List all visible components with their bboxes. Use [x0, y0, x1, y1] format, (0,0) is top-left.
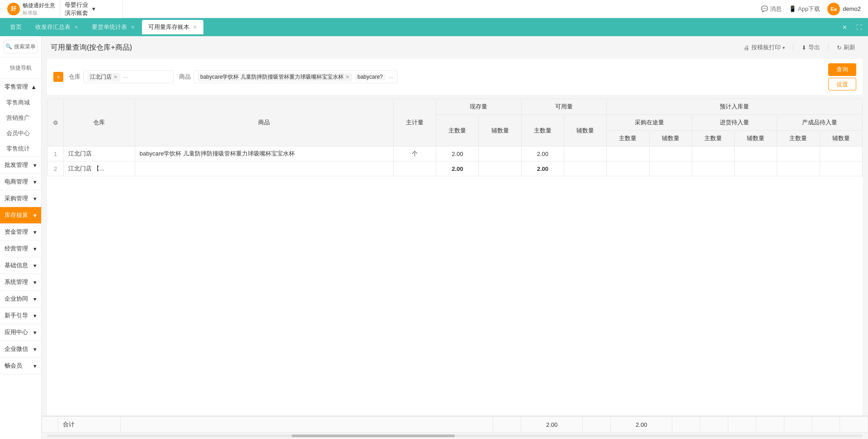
basic-arrow-icon: ▾	[33, 262, 37, 269]
sidebar-section-retail-header[interactable]: 零售管理 ▲	[0, 79, 41, 95]
purchase-main-header: 主数量	[607, 131, 649, 146]
download-label: App下载	[798, 5, 820, 13]
sidebar-search-area: 🔍 搜索菜单	[0, 36, 41, 57]
nav-close-button[interactable]: ✕	[839, 22, 850, 33]
sidebar-section-weixin-header[interactable]: 企业微信 ▾	[0, 341, 41, 357]
filter-bar: » 仓库 江北门店 ✕ ··· 商品 babycare学饮杯 儿童防摔防撞吸管杯…	[47, 59, 863, 95]
total-empty-6	[700, 417, 728, 433]
sidebar-section-weixin: 企业微信 ▾	[0, 341, 41, 358]
unit-column-header: 主计量	[393, 99, 436, 146]
tab-available[interactable]: 可用量库存账本 ✕	[142, 20, 203, 34]
stock-main-header: 主数量	[436, 115, 479, 146]
quick-nav-button[interactable]: 快捷导航	[4, 61, 38, 75]
finance-arrow-icon: ▾	[33, 229, 37, 236]
sidebar-section-purchase-header[interactable]: 采购管理 ▾	[0, 190, 41, 207]
total-empty-10	[812, 417, 840, 433]
warehouse-cell-2: 江北门店 【...	[64, 161, 135, 176]
warehouse-selector[interactable]: 母婴行业演示账套 ▾	[60, 0, 123, 19]
tab-receive-label: 收发存汇总表	[35, 23, 71, 31]
sidebar-section-guide-header[interactable]: 新手引导 ▾	[0, 307, 41, 324]
tab-available-close-icon[interactable]: ✕	[193, 24, 197, 30]
sidebar-section-appstore-header[interactable]: 应用中心 ▾	[0, 324, 41, 340]
sidebar-section-basic-header[interactable]: 基础信息 ▾	[0, 257, 41, 274]
warehouse-selector-value: 母婴行业演示账套	[65, 1, 90, 17]
purchase-transit-header: 采购在途量	[607, 115, 692, 131]
search-menu-button[interactable]: 🔍 搜索菜单	[4, 40, 38, 53]
product-tag-1-remove-icon[interactable]: ✕	[345, 74, 349, 80]
settings-button[interactable]: 设置	[828, 78, 856, 90]
finance-label: 资金管理	[5, 228, 28, 236]
tab-receive-close-icon[interactable]: ✕	[74, 24, 78, 30]
total-stock-main: 2.00	[521, 417, 583, 433]
table-wrapper[interactable]: ⚙ 仓库 商品 主计量 现存量 可用量 预计入库量 主数量 辅数量 主数量 辅数…	[47, 99, 863, 415]
tab-home[interactable]: 首页	[4, 20, 28, 34]
sidebar-section-vip-header[interactable]: 畅会员 ▾	[0, 358, 41, 374]
export-button[interactable]: ⬇ 导出	[798, 42, 824, 53]
avail-main-header: 主数量	[521, 115, 564, 146]
scrollbar-thumb[interactable]	[292, 434, 455, 437]
total-empty-2	[121, 417, 493, 433]
total-empty-11	[840, 417, 868, 433]
print-button[interactable]: 🖨 按模板打印 ▾	[740, 42, 788, 53]
refresh-button[interactable]: ↻ 刷新	[833, 42, 859, 53]
query-button[interactable]: 查询	[828, 63, 856, 76]
sidebar-section-operation-header[interactable]: 经营管理 ▾	[0, 241, 41, 257]
sidebar-section-finance: 资金管理 ▾	[0, 224, 41, 241]
warehouse-tag-value: 江北门店	[90, 73, 112, 81]
expand-icon: »	[57, 74, 60, 80]
product-cell-2	[135, 161, 393, 176]
retail-label: 零售管理	[5, 83, 28, 91]
refresh-icon: ↻	[837, 44, 842, 51]
gear-icon[interactable]: ⚙	[53, 119, 58, 126]
product-tag-1: babycare学饮杯 儿童防摔防撞吸管杯重力球吸嘴杯宝宝水杯 ✕	[198, 73, 352, 81]
warehouse-more-icon[interactable]: ···	[123, 74, 128, 80]
sidebar-section-basic: 基础信息 ▾	[0, 257, 41, 274]
tab-receive[interactable]: 收发存汇总表 ✕	[29, 20, 85, 34]
page-title: 可用量查询(按仓库+商品)	[51, 43, 132, 52]
warehouse-tag: 江北门店 ✕	[87, 73, 120, 81]
product-column-header: 商品	[135, 99, 393, 146]
top-bar: 好 畅捷通好生意 标准版 母婴行业演示账套 ▾ 💬 消息 📱 App下载 Ea …	[0, 0, 868, 18]
system-arrow-icon: ▾	[33, 279, 37, 286]
total-empty-4	[583, 417, 611, 433]
purchase-aux-1	[649, 146, 692, 161]
user-area[interactable]: Ea demo2	[827, 3, 861, 15]
tab-order-label: 要货单统计表	[92, 23, 127, 31]
sidebar-section-appstore: 应用中心 ▾	[0, 324, 41, 341]
stock-main-1: 2.00	[436, 146, 479, 161]
sidebar-section-enterprise-header[interactable]: 企业协同 ▾	[0, 291, 41, 307]
sidebar-item-retail-stat[interactable]: 零售统计	[0, 141, 41, 156]
tab-order[interactable]: 要货单统计表 ✕	[85, 20, 141, 34]
sidebar-section-inventory-header[interactable]: 库存核算 ▾	[0, 207, 41, 223]
sidebar-item-retail-promo[interactable]: 营销推广	[0, 110, 41, 126]
purchase-main-1	[607, 146, 649, 161]
warehouse-input[interactable]: 江北门店 ✕ ···	[83, 71, 174, 83]
print-label: 按模板打印	[751, 43, 781, 52]
product-more-icon[interactable]: ···	[388, 74, 393, 80]
sidebar-item-member[interactable]: 会员中心	[0, 126, 41, 141]
incoming-header: 进货待入量	[692, 115, 777, 131]
sidebar-section-system-header[interactable]: 系统管理 ▾	[0, 274, 41, 290]
search-label: 搜索菜单	[14, 43, 36, 51]
sidebar-section-ecommerce-header[interactable]: 电商管理 ▾	[0, 174, 41, 190]
sidebar-item-retail-mall[interactable]: 零售商城	[0, 95, 41, 110]
total-empty-5	[672, 417, 700, 433]
nav-expand-button[interactable]: ⛶	[854, 22, 864, 33]
product-input[interactable]: babycare学饮杯 儿童防摔防撞吸管杯重力球吸嘴杯宝宝水杯 ✕ babyca…	[193, 71, 397, 83]
sidebar-section-wholesale-header[interactable]: 批发管理 ▾	[0, 157, 41, 173]
sidebar-section-finance-header[interactable]: 资金管理 ▾	[0, 224, 41, 240]
tab-order-close-icon[interactable]: ✕	[131, 24, 135, 30]
expand-filter-button[interactable]: »	[53, 72, 63, 82]
settings-column-header[interactable]: ⚙	[47, 99, 64, 146]
total-empty-1	[42, 417, 58, 433]
product-main-header: 主数量	[777, 131, 820, 146]
print-chevron-icon: ▾	[783, 45, 785, 50]
app-download-button[interactable]: 📱 App下载	[789, 5, 820, 13]
horizontal-scrollbar[interactable]	[42, 433, 868, 439]
warehouse-filter: 仓库 江北门店 ✕ ···	[69, 71, 174, 83]
product-tag-1-value: babycare学饮杯 儿童防摔防撞吸管杯重力球吸嘴杯宝宝水杯	[200, 73, 344, 81]
nav-tabs-bar: 首页 收发存汇总表 ✕ 要货单统计表 ✕ 可用量库存账本 ✕ ✕ ⛶	[0, 18, 868, 36]
warehouse-tag-remove-icon[interactable]: ✕	[113, 74, 118, 80]
divider-1	[793, 44, 793, 51]
message-button[interactable]: 💬 消息	[761, 5, 782, 13]
